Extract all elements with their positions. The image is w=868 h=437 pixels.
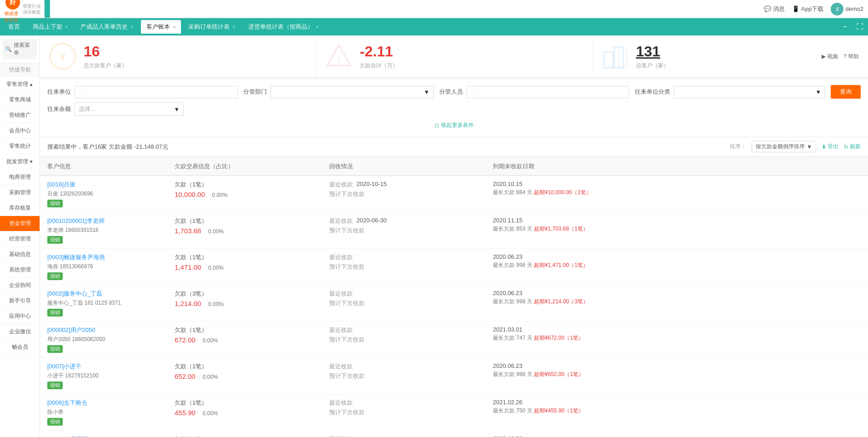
sidebar-item-inventory[interactable]: 库存核算 — [0, 201, 40, 216]
sidebar-item-retail-stats[interactable]: 零售统计 — [0, 139, 40, 154]
customer-name-4[interactable]: [000002]用户2050 — [47, 326, 175, 334]
sidebar-item-corp-collab[interactable]: 企业协同 — [0, 278, 40, 293]
sidebar-item-app-center[interactable]: 应用中心 — [0, 309, 40, 324]
customer-name-3[interactable]: [0002]服务中心_丁磊 — [47, 290, 175, 298]
results-actions: 排序： 按欠款金额倒序排序 ▼ ⬇ 导出 ↻ 刷新 — [730, 141, 861, 152]
user-name: demo2 — [845, 5, 863, 12]
search-menu-btn[interactable]: 🔍 搜索菜单 — [3, 39, 37, 59]
tab-close-icon[interactable]: × — [232, 24, 235, 30]
debt-percent-2: 0.00% — [208, 265, 224, 271]
customer-tag-3: 现销 — [47, 309, 63, 316]
debt-info-7: 欠款（1笔） 429.00 0.00% — [175, 435, 329, 437]
dept-select[interactable]: ▼ — [271, 86, 434, 98]
debt-percent-4: 0.00% — [203, 337, 218, 344]
repay-info-3: 最近收款 预计下次收款 — [329, 290, 493, 309]
tab-close-icon[interactable]: × — [316, 24, 319, 30]
top-right-actions: 💬 消息 📱 App下载 d demo2 — [764, 3, 863, 15]
total-customers-label: 总客户（家） — [636, 62, 669, 70]
customer-name-0[interactable]: [0016]吕俊 — [47, 181, 175, 189]
table-row: [000002]用户2050 用户2050 18665062050 现销 欠款（… — [40, 321, 868, 358]
customer-name-2[interactable]: [0003]畅捷服务尹海燕 — [47, 253, 175, 261]
filter-source-unit: 往来单位 ... — [47, 86, 238, 98]
sidebar-item-operations[interactable]: 经营管理 — [0, 231, 40, 247]
search-button[interactable]: 查询 — [831, 85, 861, 99]
tab-home[interactable]: 首页 — [3, 20, 25, 34]
sidebar-item-batch-mgmt[interactable]: 批发管理 ▼ — [0, 154, 40, 170]
avatar: d — [831, 3, 843, 15]
overdue-link-6[interactable]: 超期¥455.90（1笔） — [534, 407, 584, 414]
svg-text:¥: ¥ — [60, 51, 66, 62]
overdue-date-4: 2021.03.01 — [493, 326, 861, 333]
overdue-link-3[interactable]: 超期¥1,214.00（3笔） — [534, 298, 588, 305]
sidebar-item-system[interactable]: 系统管理 — [0, 262, 40, 278]
app-download-btn[interactable]: 📱 App下载 — [792, 5, 823, 13]
app-subtitle: 母婴行业演示账套 — [23, 3, 44, 15]
customer-info-6: [0006]去下粮仓 陈小希 现销 — [47, 399, 175, 426]
customer-contact-3: 服务中心_丁磊 181 0125 8371 — [47, 299, 175, 307]
tab-customer-account[interactable]: 客户账本 × — [141, 20, 181, 34]
sort-select[interactable]: 按欠款金额倒序排序 ▼ — [752, 141, 816, 152]
overdue-link-1[interactable]: 超期¥1,703.68（1笔） — [534, 226, 588, 232]
help-btn[interactable]: ? 帮助 — [843, 53, 859, 60]
customer-tag-4: 现销 — [47, 345, 63, 353]
overdue-link-2[interactable]: 超期¥1,471.00（1笔） — [534, 262, 588, 268]
debt-amount-2: 1,471.00 — [175, 263, 201, 271]
data-table: 客户信息 欠款交易信息（占比） 回收情况 到期未收款日期 [0016]吕俊 吕俊… — [40, 158, 868, 437]
sidebar-item-marketing[interactable]: 营销推广 — [0, 108, 40, 123]
sidebar-item-finance[interactable]: 资金管理 — [0, 216, 40, 231]
message-btn[interactable]: 💬 消息 — [764, 5, 785, 13]
sidebar-item-ecommerce[interactable]: 电商管理 — [0, 170, 40, 185]
overdue-link-5[interactable]: 超期¥652.00（1笔） — [534, 371, 584, 377]
source-unit-label: 往来单位 — [47, 88, 71, 96]
customer-name-5[interactable]: [0007]小进干 — [47, 362, 175, 371]
user-avatar-btn[interactable]: d demo2 — [831, 3, 863, 15]
sidebar-item-purchase[interactable]: 采购管理 — [0, 185, 40, 201]
sidebar-item-retail-mall[interactable]: 零售商城 — [0, 92, 40, 108]
unit-category-select[interactable]: ▼ — [674, 86, 825, 98]
sidebar-item-base-info[interactable]: 基础信息 — [0, 247, 40, 262]
overdue-date-1: 2020.11.15 — [493, 217, 861, 224]
logo-icon: 好 — [10, 0, 16, 6]
repay-info-2: 最近收款 预计下次收款 — [329, 253, 493, 272]
sidebar-item-corp-wechat[interactable]: 企业微信 — [0, 324, 40, 340]
chevron-down-icon: ▼ — [815, 89, 821, 95]
manager-input[interactable]: ... — [467, 86, 630, 98]
overdue-date-3: 2020.06.23 — [493, 290, 861, 296]
sort-label-text: 排序： — [730, 143, 746, 151]
sidebar-item-retail-mgmt[interactable]: 零售管理 ▲ — [0, 77, 40, 92]
tab-minimize-btn[interactable]: − — [840, 22, 850, 32]
debt-amount-4: 672.00 — [175, 336, 196, 344]
customer-contact-1: 李老师 18600391516 — [47, 226, 175, 234]
customer-name-6[interactable]: [0006]去下粮仓 — [47, 399, 175, 407]
tab-product-history[interactable]: 产成品入库单历史 × — [75, 20, 139, 34]
overdue-link-4[interactable]: 超期¥672.00（1笔） — [534, 335, 584, 341]
repay-next-5: 预计下次收款 — [329, 372, 493, 380]
svg-rect-4 — [604, 52, 613, 68]
customer-name-1[interactable]: [00010200001]李老师 — [47, 217, 175, 225]
export-btn[interactable]: ⬇ 导出 — [822, 143, 838, 151]
tab-purchase-order[interactable]: 采购订单统计表 × — [183, 20, 241, 34]
tab-close-icon[interactable]: × — [130, 24, 133, 30]
search-icon: 🔍 — [5, 46, 12, 52]
balance-select[interactable]: 选择... ▼ — [75, 102, 184, 116]
sidebar-item-member-plus[interactable]: 畅会员 — [0, 340, 40, 355]
stat-total-customers-values: 131 总客户（家） — [636, 43, 669, 70]
overdue-info-7: 2020.12.30 最长欠款 808 天 超期¥429.00（1笔） — [493, 435, 861, 437]
source-unit-input[interactable]: ... — [75, 86, 238, 98]
overdue-link-0[interactable]: 超期¥10,000.00（1笔） — [534, 189, 592, 196]
tab-close-icon[interactable]: × — [65, 24, 68, 30]
sidebar-item-new-guide[interactable]: 新手引导 — [0, 293, 40, 309]
tab-inventory-stats[interactable]: 进货单统计表（按商品） × — [243, 20, 324, 34]
collapse-filters-btn[interactable]: ⟨⟩ 收起更多条件 — [47, 120, 861, 131]
refresh-btn[interactable]: ↻ 刷新 — [844, 143, 861, 151]
filter-row-2: 往来余额 选择... ▼ — [47, 102, 184, 116]
tab-maximize-btn[interactable]: ⛶ — [853, 22, 866, 32]
tab-product-status[interactable]: 商品上下架 × — [27, 20, 73, 34]
overdue-detail-4: 最长欠款 747 天 超期¥672.00（1笔） — [493, 334, 861, 342]
view-video-btn[interactable]: ▶ 视频 — [822, 53, 838, 60]
customer-name-7[interactable]: [000001]黄思源 — [47, 435, 175, 437]
header-debt: 欠款交易信息（占比） — [175, 162, 329, 171]
tab-close-icon[interactable]: × — [173, 24, 176, 30]
sidebar-item-member[interactable]: 会员中心 — [0, 123, 40, 139]
repay-last-3: 最近收款 — [329, 290, 493, 298]
